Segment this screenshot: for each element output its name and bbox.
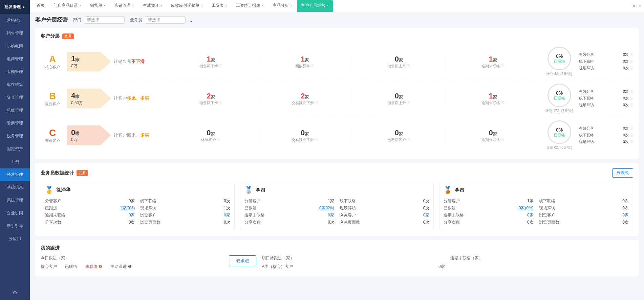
info-icon[interactable]: ⓘ [630,90,633,93]
info-icon[interactable]: ⓘ [630,53,633,56]
info-icon[interactable]: ⓘ [630,60,633,63]
sidebar-item-销售管理[interactable]: 销售管理 [0,27,30,40]
sidebar-item-小畅电商[interactable]: 小畅电商 [0,40,30,53]
sidebar-header[interactable]: 批发管理 ▲ [0,0,30,14]
tab-销货单[interactable]: 销货单× [86,0,110,12]
sidebar-item-总账管理[interactable]: 总账管理 [0,104,30,117]
followup-section: 我的跟进 今日跟进（家） 核心客户 已联络 未联络 ❶ [35,240,639,276]
tab-应收应付调整单[interactable]: 应收应付调整单× [167,0,207,12]
sidebar-item-基础信息[interactable]: 基础信息 [0,181,30,194]
info-icon[interactable]: ⓘ [630,126,633,130]
tab-close-all-icon[interactable]: ✕ [632,3,636,9]
sidebar-item-电商管理[interactable]: 电商管理 [0,53,30,66]
goto-followup-btn[interactable]: 去跟进 [229,255,256,266]
tab-店铺管理[interactable]: 店铺管理× [110,0,138,12]
tab-close-icon-商品分析[interactable]: × [290,4,292,7]
tier-slogan-C: 让客户回来、多买 [114,132,161,138]
info-icon[interactable]: ⓘ [630,103,633,107]
tab-close-icon-店铺管理[interactable]: × [132,4,134,7]
info-icon[interactable]: ⓘ [315,137,318,142]
sidebar-item-系统管理[interactable]: 系统管理 [0,194,30,207]
staff-header: 🥉李四 [444,186,629,194]
tab-close-icon-生成凭证[interactable]: × [160,4,163,7]
tab-商品分析[interactable]: 商品分析× [269,0,296,12]
info-icon[interactable]: ⓘ [219,64,222,68]
stat-value[interactable]: 0家 [423,212,430,218]
info-icon[interactable]: ⓘ [407,100,410,105]
tab-close-icon-工资表[interactable]: × [225,4,227,7]
info-icon[interactable]: ⓘ [630,140,633,144]
tier-count-A: 1家 0万 [67,52,111,72]
info-icon[interactable]: ⓘ [315,100,318,105]
tier-row-A: A核心客户 1家 0万 让销售额不下滑 1家 销售额下滑 ⓘ 1家 回购异常 ⓘ… [41,43,633,80]
staff-select[interactable]: 请选择 [145,16,186,24]
stat-value[interactable]: 0家(0%) [319,205,334,211]
stat-value[interactable]: 0家 [622,212,629,218]
settings-icon[interactable]: ⚙ [0,285,30,300]
tab-bar: 首页门店商品目录×销货单×店铺管理×生成凭证×应收应付调整单×工资表×工资统计报… [30,0,644,12]
stat-label: 分管客户 [444,198,460,204]
sidebar-item-固定资产[interactable]: 固定资产 [0,143,30,156]
stat-label: 浏览客户 [539,212,555,218]
dept-select[interactable]: 请选择 [84,16,125,24]
tab-生成凭证[interactable]: 生成凭证× [139,0,167,12]
info-icon[interactable]: ⓘ [407,137,410,142]
stat-value[interactable]: 0家 [527,212,534,218]
info-icon[interactable]: ⓘ [311,64,314,68]
stat-value[interactable]: 0家 [129,212,135,218]
stat-value: 1家 [527,198,534,204]
tab-close-icon-应收应付调整单[interactable]: × [201,4,203,7]
sidebar-item-云应用[interactable]: 云应用 [0,233,30,246]
stat-item: 0家 销售额上升 ⓘ [352,55,446,69]
info-icon[interactable]: ⓘ [501,64,504,68]
tab-工资统计报表[interactable]: 工资统计报表× [232,0,268,12]
tab-close-icon-门店商品目录[interactable]: × [79,4,81,7]
info-icon[interactable]: ⓘ [630,96,633,100]
info-icon[interactable]: ⓘ [219,100,222,105]
sidebar-item-税务管理[interactable]: 税务管理 [0,130,30,143]
sidebar-item-企业协同[interactable]: 企业协同 [0,207,30,220]
tier-contact-B: 0% 已联络 计划 17次 (7天/次) [542,84,576,113]
stat-value[interactable]: 1家(0%) [120,205,135,211]
stat-label: 现场拜访 [539,205,555,211]
tab-工资表[interactable]: 工资表× [208,0,231,12]
staff-name: 李四 [256,187,265,193]
today-contacted: 已联络 [65,264,77,271]
tab-门店商品目录[interactable]: 门店商品目录× [49,0,85,12]
sidebar-item-经营管理[interactable]: 经营管理 [0,168,30,181]
info-icon[interactable]: ⓘ [630,66,633,70]
sidebar-title: 批发管理 [4,4,21,10]
list-view-btn[interactable]: 列表式 [612,168,633,178]
tab-客户分层经营[interactable]: 客户分层经营× [297,0,333,12]
tab-close-icon-工资统计报表[interactable]: × [262,4,264,7]
more-filters-btn[interactable]: ... [188,17,192,23]
stat-item: 0家 休眠客户 ⓘ [164,129,258,142]
info-icon[interactable]: ⓘ [217,137,220,142]
tier-stats-B: 2家 销售额下滑 ⓘ 2家 交易频次下滑 ⓘ 0家 销售额上升 ⓘ 1家 逾期未… [164,92,540,106]
info-icon[interactable]: ⓘ [630,133,633,137]
sidebar-item-工资[interactable]: 工资 [0,156,30,168]
sidebar-item-营销推广[interactable]: 营销推广 [0,14,30,27]
sidebar-expand-icon[interactable]: ▲ [22,5,25,9]
sidebar-item-资金管理[interactable]: 资金管理 [0,91,30,104]
sidebar-item-采购管理[interactable]: 采购管理 [0,66,30,78]
stat-item: 0家 销售额上升 ⓘ [352,92,446,106]
tab-close-icon-客户分层经营[interactable]: × [327,4,329,7]
info-icon[interactable]: ⓘ [501,100,504,105]
stat-value[interactable]: 0家(0%) [519,205,534,211]
tab-close-icon-销货单[interactable]: × [104,4,106,7]
info-icon[interactable]: ⓘ [501,137,504,142]
stat-label: 分管客户 [244,198,261,204]
sidebar-item-新手引导[interactable]: 新手引导 [0,220,30,233]
staff-stats-left: 分管客户1家已跟进0家(0%)逾期未联络0家分享次数0次 [444,198,533,226]
stat-value[interactable]: 0家 [224,212,230,218]
stat-label: 浏览页面数 [539,220,559,225]
tab-首页[interactable]: 首页 [33,0,49,12]
sidebar-item-发票管理[interactable]: 发票管理 [0,117,30,130]
info-icon[interactable]: ⓘ [407,64,410,68]
staff-stat-row: 浏览客户0家 [340,212,429,219]
tab-menu-icon[interactable]: ≡ [639,3,641,9]
staff-filter: 业务员 请选择 ... [130,16,192,24]
sidebar-item-库存核算[interactable]: 库存核算 [0,78,30,91]
stat-value[interactable]: 0家 [328,212,334,218]
